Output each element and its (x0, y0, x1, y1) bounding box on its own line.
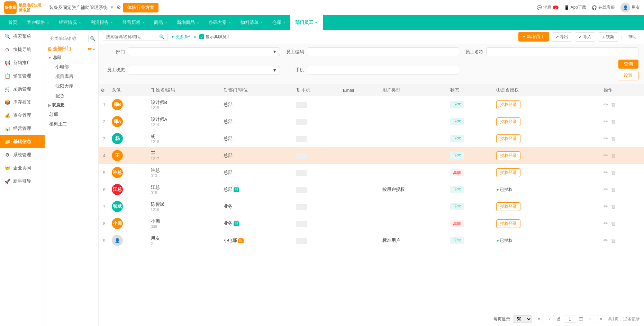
try-button[interactable]: 体验行业方案 (123, 3, 158, 12)
sidebar-item-企业协同[interactable]: 🤝企业协同 (0, 161, 45, 175)
nav-tab-首页[interactable]: 首页 (3, 15, 22, 30)
collapse-dept-icon[interactable]: « (93, 46, 96, 52)
nav-tab-商品[interactable]: 商品 × (149, 15, 172, 30)
sidebar-item-销售管理[interactable]: 📋销售管理 (0, 69, 45, 82)
sidebar-item-搜索菜单[interactable]: 🔍搜索菜单 (0, 30, 45, 43)
filter-emp-name-input[interactable] (486, 47, 638, 56)
dept-tree-section-total[interactable]: ▼ 总部 (45, 53, 98, 62)
edit-icon[interactable]: ✏ (604, 203, 608, 210)
system-dropdown-icon[interactable]: ▼ (110, 5, 114, 10)
delete-icon[interactable]: 🗑 (611, 187, 616, 193)
edit-icon[interactable]: ✏ (604, 237, 608, 244)
filter-phone-input[interactable] (307, 66, 459, 74)
sidebar-item-采购管理[interactable]: 🛒采购管理 (0, 82, 45, 96)
auth-login-btn[interactable]: 授权登录 (496, 100, 520, 109)
edit-icon[interactable]: ✏ (604, 135, 608, 142)
first-page-btn[interactable]: « (535, 315, 543, 323)
close-tab-icon[interactable]: × (111, 21, 113, 25)
settings-icon[interactable]: ⚙ (116, 4, 121, 11)
dept-search-input[interactable] (48, 35, 89, 42)
dept-item-small-elec[interactable]: 小电部 (45, 62, 98, 72)
page-input[interactable] (564, 316, 576, 323)
sidebar-item-基础信息[interactable]: 📁基础信息 (0, 135, 45, 148)
dept-item-project-room[interactable]: 项目库房 (45, 72, 98, 81)
edit-icon[interactable]: ✏ (604, 152, 608, 159)
filter-status-select[interactable]: ▼ (128, 66, 280, 74)
page-size-select[interactable]: 50 20 100 (513, 315, 532, 323)
delete-icon[interactable]: 🗑 (611, 238, 616, 244)
close-tab-icon[interactable]: × (47, 21, 49, 25)
auth-login-btn[interactable]: 授权登录 (496, 168, 520, 177)
close-tab-icon[interactable]: × (143, 21, 145, 25)
prev-page-btn[interactable]: ‹ (546, 315, 554, 323)
add-employee-button[interactable]: + 新增员工 (518, 32, 548, 42)
close-tab-icon[interactable]: × (165, 21, 167, 25)
edit-icon[interactable]: ✏ (604, 118, 608, 125)
close-tab-icon[interactable]: × (79, 21, 81, 25)
dept-search-icon[interactable]: 🔍 (90, 36, 96, 41)
delete-icon[interactable]: 🗑 (611, 102, 616, 108)
dept-item-zhishu[interactable]: 植树王二 (45, 119, 98, 129)
edit-icon[interactable]: ✏ (604, 186, 608, 193)
auth-login-btn[interactable]: 授权登录 (496, 202, 520, 211)
sidebar-item-库存核算[interactable]: 📦库存核算 (0, 96, 45, 109)
close-tab-icon[interactable]: × (283, 21, 285, 25)
more-conditions-btn[interactable]: ▼ 更多条件 ∧ (171, 34, 197, 40)
emp-search-icon[interactable]: 🔍 (159, 34, 165, 39)
sidebar-item-新手引导[interactable]: 🚀新手引导 (0, 175, 45, 188)
next-page-btn[interactable]: › (586, 315, 594, 323)
col-settings[interactable]: ⚙ (99, 84, 110, 96)
dept-item-zongbu[interactable]: 总部 (45, 109, 98, 119)
edit-icon[interactable]: ✏ (604, 220, 608, 227)
nav-tab-部门员工[interactable]: 部门员工 ▼ (290, 15, 323, 30)
sidebar-item-系统管理[interactable]: ⚙系统管理 (0, 148, 45, 161)
online-service-btn[interactable]: 🎧 在线客服 (592, 5, 615, 10)
user-area[interactable]: 👤 用友 (620, 3, 640, 12)
col-phone[interactable]: ⇅ 手机 (294, 84, 341, 96)
sidebar-item-营销推广[interactable]: 📢营销推广 (0, 56, 45, 69)
nav-tab-客户联络[interactable]: 客户联络 × (22, 15, 54, 30)
dept-tree-section-shuanglu[interactable]: ▶ 双鹿想 (45, 101, 98, 109)
sidebar-item-快捷导航[interactable]: ⊙快捷导航 (0, 43, 45, 56)
dept-item-shenyang[interactable]: 沈阳大库 (45, 81, 98, 91)
nav-tab-利润报告[interactable]: 利润报告 × (86, 15, 118, 30)
nav-tab-仓库[interactable]: 仓库 × (267, 15, 290, 30)
nav-tab-条码方案[interactable]: 条码方案 × (204, 15, 236, 30)
emp-search-input[interactable] (106, 34, 158, 39)
auth-login-btn[interactable]: 授权登录 (496, 134, 520, 143)
nav-tab-经营情况[interactable]: 经营情况 × (54, 15, 86, 30)
app-download-btn[interactable]: 📱 App下载 (564, 5, 586, 10)
filter-emp-code-input[interactable] (307, 47, 459, 56)
filter-dept-select[interactable]: ▼ (128, 47, 280, 56)
col-dept[interactable]: ⇅ 部门/职位 (221, 84, 294, 96)
nav-tab-物料清单[interactable]: 物料清单 × (236, 15, 267, 30)
col-name[interactable]: ⇅ 姓名/编码 (149, 84, 221, 96)
import-button[interactable]: ↙ 导入 (575, 32, 595, 42)
edit-icon[interactable]: ✏ (604, 169, 608, 176)
delete-icon[interactable]: 🗑 (611, 119, 616, 125)
delete-icon[interactable]: 🗑 (611, 136, 616, 142)
delete-icon[interactable]: 🗑 (611, 221, 616, 227)
video-button[interactable]: ▷ 视频 (598, 32, 618, 42)
sidebar-item-资金管理[interactable]: 💰资金管理 (0, 109, 45, 122)
close-tab-icon[interactable]: × (261, 21, 263, 25)
export-button[interactable]: ↗ 导出 (552, 32, 572, 42)
query-button[interactable]: 查询 (618, 60, 638, 69)
edit-dept-icon[interactable]: ✏ (88, 46, 92, 52)
delete-icon[interactable]: 🗑 (611, 153, 616, 159)
show-resigned-toggle[interactable]: ✓ 显示离职员工 (199, 34, 230, 40)
nav-tab-新增商品[interactable]: 新增商品 × (172, 15, 204, 30)
close-tab-icon[interactable]: × (229, 21, 231, 25)
help-button[interactable]: 帮助 (625, 33, 640, 41)
message-btn[interactable]: 💬 消息 5 (537, 5, 559, 10)
last-page-btn[interactable]: » (597, 315, 605, 323)
nav-tab-经营历程[interactable]: 经营历程 × (118, 15, 149, 30)
auth-login-btn[interactable]: 授权登录 (496, 117, 520, 126)
auth-login-btn[interactable]: 授权登录 (496, 219, 520, 228)
delete-icon[interactable]: 🗑 (611, 170, 616, 176)
edit-icon[interactable]: ✏ (604, 102, 608, 108)
sidebar-item-经营管理[interactable]: 📊经营管理 (0, 122, 45, 135)
all-depts-header[interactable]: ⊞ 全部部门 ✏ « (45, 44, 98, 53)
close-tab-icon[interactable]: × (197, 21, 199, 25)
delete-icon[interactable]: 🗑 (611, 204, 616, 210)
